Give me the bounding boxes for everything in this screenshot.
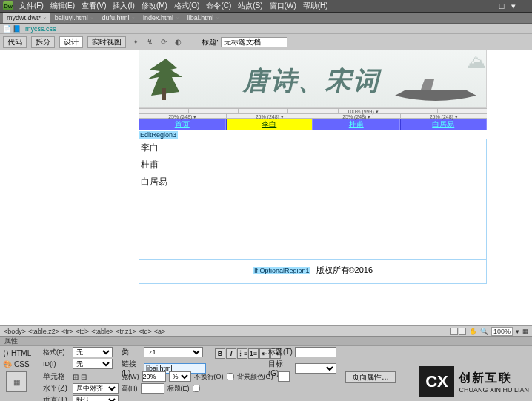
id-label: ID(I) <box>43 360 71 368</box>
menu-edit[interactable]: 编辑(E) <box>50 1 75 11</box>
view-code-button[interactable]: 代码 <box>3 36 27 48</box>
close-icon[interactable]: × <box>131 15 135 21</box>
nav-dufu[interactable]: 杜甫 <box>313 119 400 130</box>
width-input[interactable] <box>142 371 166 382</box>
doc-tab-index[interactable]: index.html× <box>139 13 183 23</box>
menu-modify[interactable]: 修改(M) <box>142 1 167 11</box>
title-bar: Dw 文件(F) 编辑(E) 查看(V) 插入(I) 修改(M) 格式(O) 命… <box>0 0 532 13</box>
top-ruler: 100% (999) ▾ <box>139 108 487 113</box>
content-line[interactable]: 白居易 <box>141 176 485 188</box>
format-select[interactable]: 无 <box>73 347 113 357</box>
workspace-menu-icon[interactable]: ▾ <box>510 1 517 11</box>
mountain-graphic: ⛰ <box>467 50 486 73</box>
nav-icon[interactable]: ↯ <box>144 38 155 46</box>
page-properties-button[interactable]: 页面属性… <box>345 371 396 383</box>
properties-panel: 属性 ⟨⟩ HTML 🎨 CSS ▦ 格式(F) 无 ID(I) 无 类 z1 … <box>0 336 532 401</box>
horz-label: 水平(Z) <box>43 383 70 394</box>
refresh-icon[interactable]: ⟳ <box>159 38 169 46</box>
content-line[interactable]: 李白 <box>141 142 485 154</box>
inspect-icon[interactable]: ✦ <box>130 38 141 46</box>
footer-area: If OptionalRegion1 版权所有©2016 <box>139 260 487 284</box>
minimize-icon[interactable]: — <box>522 1 529 11</box>
nowrap-checkbox[interactable] <box>227 373 234 380</box>
nav-home[interactable]: 首页 <box>139 119 226 130</box>
dw-logo: Dw <box>3 1 13 10</box>
cell-icon: ▦ <box>6 371 27 392</box>
doc-title-input[interactable] <box>221 37 287 47</box>
close-icon[interactable]: × <box>176 15 179 21</box>
merge-icon[interactable]: ⊞ <box>73 373 79 381</box>
nav-libai[interactable]: 李白 <box>226 119 313 130</box>
cell-label: 单元格 <box>43 371 70 382</box>
close-icon[interactable]: × <box>43 15 47 21</box>
view-split-button[interactable]: 拆分 <box>31 36 55 48</box>
menu-view[interactable]: 查看(V) <box>82 1 106 11</box>
globe-icon[interactable]: ◐ <box>173 38 183 46</box>
menu-insert[interactable]: 插入(I) <box>113 1 134 11</box>
italic-button[interactable]: I <box>226 348 236 359</box>
class-select[interactable]: z1 <box>144 347 203 357</box>
svg-rect-0 <box>162 88 166 100</box>
app-logo: Dw <box>3 1 13 10</box>
select-tool[interactable] <box>450 328 466 335</box>
vert-select[interactable]: 默认 <box>73 395 119 401</box>
menu-format[interactable]: 格式(O) <box>174 1 199 11</box>
doc-tab-baijuyi[interactable]: baijuyi.html× <box>51 13 98 23</box>
menu-bar: 文件(F) 编辑(E) 查看(V) 插入(I) 修改(M) 格式(O) 命令(C… <box>19 1 328 11</box>
id-select[interactable]: 无 <box>73 359 113 369</box>
close-icon[interactable]: × <box>216 15 219 21</box>
view-design-button[interactable]: 设计 <box>59 36 83 48</box>
zoom-value[interactable]: 100% <box>491 327 513 336</box>
zoom-icon[interactable]: 🔍 <box>480 328 488 335</box>
options-icon[interactable]: ⋯ <box>187 38 197 46</box>
mode-html[interactable]: ⟨⟩ HTML <box>3 348 39 359</box>
watermark-logo: CX 创新互联 CHUANG XIN HU LIAN <box>419 366 529 397</box>
properties-title[interactable]: 属性 <box>0 337 532 346</box>
view-live-button[interactable]: 实时视图 <box>87 36 126 48</box>
menu-help[interactable]: 帮助(H) <box>303 1 328 11</box>
bold-button[interactable]: B <box>215 348 225 359</box>
linked-file[interactable]: mycss.css <box>25 25 56 33</box>
hand-icon[interactable]: ✋ <box>469 328 477 335</box>
layout-switcher-icon[interactable]: □ <box>498 1 505 11</box>
doc-tab-libai[interactable]: libai.html× <box>184 13 223 23</box>
css-icon[interactable]: 📘 <box>13 25 21 33</box>
linked-files-bar: 📄 📘 mycss.css <box>0 24 532 34</box>
optional-region-label: If OptionalRegion1 <box>253 267 311 274</box>
doc-tab-mydwt[interactable]: mydwt.dwt*× <box>3 13 50 23</box>
bg-label: 背景颜色(G) <box>237 372 273 382</box>
header-label: 标题(E) <box>167 384 190 394</box>
design-canvas[interactable]: 唐诗、宋词 ⛰ 100% (999) ▾ 25% (248) ▾25% (248… <box>0 50 532 323</box>
menu-window[interactable]: 窗口(W) <box>270 1 296 11</box>
bg-color-swatch[interactable] <box>278 371 290 382</box>
mode-css[interactable]: 🎨 CSS <box>3 359 39 370</box>
target-select[interactable] <box>295 363 336 374</box>
menu-file[interactable]: 文件(F) <box>19 1 44 11</box>
content-line[interactable]: 杜甫 <box>141 159 485 171</box>
header-checkbox[interactable] <box>193 385 200 392</box>
edit-region-label: EditRegion3 <box>139 131 178 139</box>
ol-button[interactable]: 1≡ <box>248 348 259 359</box>
title-attr-input[interactable] <box>295 347 336 357</box>
banner-heading: 唐诗、宋词 <box>243 64 380 99</box>
menu-site[interactable]: 站点(S) <box>238 1 262 11</box>
width-unit[interactable]: % <box>169 371 191 382</box>
toolbar-icons: ✦ ↯ ⟳ ◐ ⋯ <box>130 38 197 46</box>
tag-selector[interactable]: <body><table.z2><tr><td><table><tr.z1><t… <box>3 328 167 335</box>
dropdown-icon[interactable]: ▾ <box>516 328 519 335</box>
height-input[interactable] <box>141 383 164 394</box>
menu-command[interactable]: 命令(C) <box>206 1 231 11</box>
cx-badge: CX <box>419 366 454 397</box>
format-label: 格式(F) <box>43 348 71 357</box>
nav-baijuyi[interactable]: 白居易 <box>400 119 488 130</box>
split-icon[interactable]: ⊟ <box>81 373 87 381</box>
horz-select[interactable]: 居中对齐 <box>73 383 119 394</box>
close-icon[interactable]: × <box>90 15 94 21</box>
doc-tab-dufu[interactable]: dufu.html× <box>98 13 139 23</box>
doc-toolbar: 代码 拆分 设计 实时视图 ✦ ↯ ⟳ ◐ ⋯ 标题: <box>0 34 532 50</box>
window-size-icon[interactable]: ▦ <box>522 328 529 335</box>
editable-region[interactable]: 李白 杜甫 白居易 <box>139 139 487 260</box>
ul-button[interactable]: ⋮≡ <box>237 348 247 359</box>
nowrap-label: 不换行(O) <box>194 372 224 382</box>
source-icon[interactable]: 📄 <box>3 25 11 33</box>
